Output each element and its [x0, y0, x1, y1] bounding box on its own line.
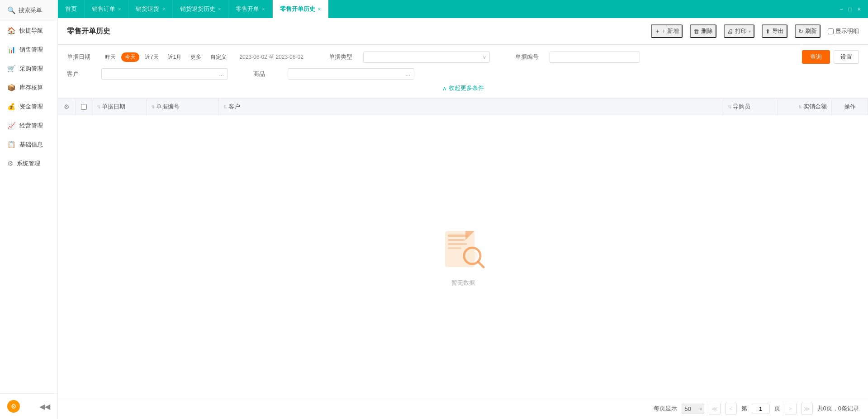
svg-rect-1 — [448, 235, 468, 237]
refresh-button[interactable]: ↻ 刷新 — [795, 24, 821, 38]
delete-icon: 🗑 — [693, 28, 699, 35]
next-page-button[interactable]: ＞ — [785, 403, 797, 414]
th-no-sort-icon: ⇅ — [151, 104, 155, 109]
th-amount[interactable]: ⇅ 实销金额 — [778, 98, 832, 115]
content-area: 零售开单历史 ＋ + 新增 🗑 删除 🖨 打印 ▾ ⬆ 导出 — [58, 18, 868, 419]
tab-close-retail-history[interactable]: × — [318, 6, 321, 12]
prev-page-button[interactable]: ＜ — [725, 403, 737, 414]
th-no-label: 单据编号 — [156, 103, 180, 111]
finance-icon: 💰 — [7, 103, 16, 111]
svg-rect-4 — [448, 247, 461, 249]
th-amount-label: 实销金额 — [803, 103, 827, 111]
page-number-input[interactable] — [752, 404, 770, 414]
refresh-icon: ↻ — [798, 28, 803, 35]
sidebar-item-basic-info[interactable]: 📋基础信息 — [0, 135, 57, 154]
tab-retail-open[interactable]: 零售开单× — [228, 0, 272, 18]
page-suffix-label: 页 — [774, 405, 780, 413]
per-page-select[interactable]: 10 20 50 100 — [682, 404, 704, 414]
filter-row-1: 单据日期 昨天 今天 近7天 近1月 更多 自定义 2023-06-02 至 2… — [67, 50, 859, 64]
doc-type-select[interactable] — [363, 52, 490, 63]
pagination-bar: 每页显示 10 20 50 100 ≪ ＜ 第 页 ＞ ≫ 共0页，0条记录 — [58, 398, 868, 419]
sidebar-search[interactable]: 🔍 搜索采单 — [0, 0, 57, 21]
th-guide-sort-icon: ⇅ — [728, 104, 731, 109]
main-area: 首页销售订单×销货退货×销货退货历史×零售开单×零售开单历史× − □ × 零售… — [58, 0, 868, 419]
sidebar-item-inventory[interactable]: 📦库存核算 — [0, 78, 57, 97]
th-no[interactable]: ⇅ 单据编号 — [147, 98, 219, 115]
yesterday-btn[interactable]: 昨天 — [101, 52, 119, 62]
display-detail-toggle[interactable]: 显示明细 — [828, 27, 859, 35]
date-filter-buttons: 昨天 今天 近7天 近1月 更多 自定义 — [101, 52, 230, 62]
tab-home[interactable]: 首页 — [58, 0, 85, 18]
week-btn[interactable]: 近7天 — [141, 52, 162, 62]
table-body: 暂无数据 — [58, 115, 868, 398]
svg-rect-3 — [448, 243, 467, 245]
collapse-label: 收起更多条件 — [449, 84, 484, 92]
tab-close-retail-open[interactable]: × — [262, 6, 265, 12]
select-all-checkbox[interactable] — [81, 104, 87, 110]
doc-type-label: 单据类型 — [329, 53, 356, 61]
system-mgmt-icon: ⚙ — [7, 160, 13, 168]
export-button[interactable]: ⬆ 导出 — [762, 24, 787, 38]
th-settings[interactable]: ⚙ — [58, 98, 76, 115]
first-page-button[interactable]: ≪ — [709, 403, 721, 414]
display-detail-checkbox[interactable] — [828, 28, 834, 34]
th-date-sort-icon: ⇅ — [97, 104, 100, 109]
sidebar-item-quick-nav[interactable]: 🏠快捷导航 — [0, 21, 57, 40]
sidebar-collapse-button[interactable]: ◀◀ — [39, 402, 50, 411]
sidebar-bottom: ⚙ ◀◀ — [0, 393, 57, 419]
sidebar-item-purchase-mgmt[interactable]: 🛒采购管理 — [0, 59, 57, 78]
month-btn[interactable]: 近1月 — [164, 52, 185, 62]
add-button[interactable]: ＋ + 新增 — [651, 24, 683, 38]
tab-close-sales-order[interactable]: × — [118, 6, 121, 12]
custom-btn[interactable]: 自定义 — [207, 52, 230, 62]
page-prefix-label: 第 — [741, 405, 747, 413]
customer-input[interactable]: ... — [101, 68, 228, 80]
empty-text: 暂无数据 — [451, 279, 475, 287]
sidebar-search-label: 搜索采单 — [19, 6, 42, 14]
sidebar-item-system-mgmt[interactable]: ⚙系统管理 — [0, 154, 57, 173]
th-checkbox[interactable] — [76, 98, 92, 115]
doc-no-label: 单据编号 — [515, 53, 542, 61]
tab-sales-order[interactable]: 销售订单× — [85, 0, 128, 18]
print-icon: 🖨 — [727, 28, 733, 35]
sidebar-item-business[interactable]: 📈经营管理 — [0, 116, 57, 135]
customer-label: 客户 — [67, 70, 94, 78]
doc-no-input[interactable] — [550, 52, 640, 63]
tab-close-sales-return[interactable]: × — [162, 6, 165, 12]
export-icon: ⬆ — [765, 28, 770, 35]
sidebar-item-finance[interactable]: 💰资金管理 — [0, 97, 57, 116]
add-icon: ＋ — [655, 27, 660, 35]
date-range-display: 2023-06-02 至 2023-06-02 — [239, 53, 303, 61]
more-btn[interactable]: 更多 — [187, 52, 205, 62]
print-button[interactable]: 🖨 打印 ▾ — [724, 24, 754, 38]
last-page-button[interactable]: ≫ — [801, 403, 813, 414]
th-customer[interactable]: ⇅ 客户 — [219, 98, 723, 115]
sidebar-item-sales-mgmt[interactable]: 📊销售管理 — [0, 40, 57, 59]
filter-area: 单据日期 昨天 今天 近7天 近1月 更多 自定义 2023-06-02 至 2… — [58, 45, 868, 98]
th-date[interactable]: ⇅ 单据日期 — [92, 98, 147, 115]
tab-retail-history[interactable]: 零售开单历史× — [273, 0, 328, 18]
th-guide[interactable]: ⇅ 导购员 — [723, 98, 778, 115]
column-settings-icon[interactable]: ⚙ — [62, 102, 71, 111]
tabs-container: 首页销售订单×销货退货×销货退货历史×零售开单×零售开单历史× — [58, 0, 328, 18]
goods-input[interactable]: ... — [288, 68, 414, 80]
table-area: ⚙ ⇅ 单据日期 ⇅ 单据编号 ⇅ 客户 ⇅ — [58, 98, 868, 398]
th-amount-sort-icon: ⇅ — [798, 104, 802, 109]
window-minimize-button[interactable]: − — [840, 6, 843, 13]
collapse-button[interactable]: ∧ 收起更多条件 — [442, 84, 484, 92]
tab-sales-return[interactable]: 销货退货× — [128, 0, 172, 18]
delete-button[interactable]: 🗑 删除 — [690, 24, 716, 38]
tab-bar-right: − □ × — [840, 6, 868, 13]
tab-close-sales-return-history[interactable]: × — [218, 6, 221, 12]
window-maximize-button[interactable]: □ — [849, 6, 852, 13]
query-button[interactable]: 查询 — [802, 50, 830, 64]
print-dropdown-icon: ▾ — [749, 29, 751, 34]
settings-button[interactable]: 设置 — [834, 50, 859, 64]
today-btn[interactable]: 今天 — [121, 52, 139, 62]
quick-nav-icon: 🏠 — [7, 27, 16, 35]
inventory-icon: 📦 — [7, 84, 16, 92]
tab-sales-return-history[interactable]: 销货退货历史× — [173, 0, 228, 18]
settings-gear-button[interactable]: ⚙ — [7, 400, 20, 413]
per-page-label: 每页显示 — [654, 405, 677, 413]
window-close-button[interactable]: × — [857, 6, 861, 13]
